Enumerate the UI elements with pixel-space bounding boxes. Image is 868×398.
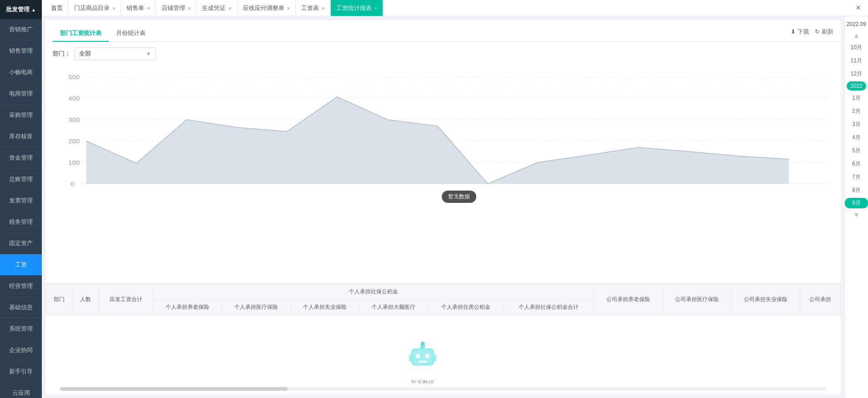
sidebar-item-小畅电商[interactable]: 小畅电商 (0, 62, 42, 83)
timeline-month-7月[interactable]: 7月 (845, 171, 868, 184)
th-headcount: 人数 (72, 284, 99, 315)
sidebar-item-税务管理[interactable]: 税务管理 (0, 212, 42, 233)
refresh-label: 刷新 (822, 28, 833, 36)
timeline-year-active[interactable]: 2022 (847, 81, 866, 91)
tabs-container: 首页门店商品目录×销售单×店铺管理×生成凭证×应收应付调整单×工资表×工资统计报… (45, 0, 852, 16)
svg-text:300: 300 (68, 117, 80, 123)
sidebar-item-系统管理[interactable]: 系统管理 (0, 318, 42, 340)
sidebar-item-工资[interactable]: 工资 (0, 254, 42, 276)
tab-close-icon[interactable]: × (147, 5, 150, 11)
th-company-pension: 公司承担养老保险 (594, 284, 662, 315)
sidebar-item-资金管理[interactable]: 资金管理 (0, 147, 42, 169)
timeline-month-8月[interactable]: 8月 (845, 184, 868, 197)
tab-销售单[interactable]: 销售单× (121, 0, 156, 16)
tab-label: 销售单 (126, 4, 144, 12)
th-company-unemployment: 公司承担失业保险 (731, 284, 800, 315)
tab-首页[interactable]: 首页 (45, 0, 69, 16)
timeline-month-12月[interactable]: 12月 (845, 67, 868, 81)
chart-area: 0 100 200 300 400 500 (45, 65, 841, 394)
chart-tooltip: 暂无数据 (442, 191, 476, 203)
tab-生成凭证[interactable]: 生成凭证× (197, 0, 237, 16)
tab-close-icon[interactable]: × (228, 5, 231, 11)
sidebar-item-固定资产[interactable]: 固定资产 (0, 233, 42, 254)
tab-工资统计报表[interactable]: 工资统计报表× (331, 0, 383, 16)
sidebar-item-电商管理[interactable]: 电商管理 (0, 83, 42, 105)
sidebar-title: 批发管理 (6, 5, 30, 14)
sub-tabs-container: 部门工资统计表月份统计表 (53, 25, 153, 41)
sidebar-item-库存核算[interactable]: 库存核算 (0, 126, 42, 147)
timeline-month-1月[interactable]: 1月 (845, 91, 868, 105)
sidebar-items-container: 营销推广销售管理小畅电商电商管理采购管理库存核算资金管理总账管理发票管理税务管理… (0, 19, 42, 398)
th-company-medical: 公司承担医疗保险 (662, 284, 731, 315)
main-content: 首页门店商品目录×销售单×店铺管理×生成凭证×应收应付调整单×工资表×工资统计报… (42, 0, 868, 398)
sidebar-collapse-icon: ▲ (31, 7, 36, 12)
th-personal-pension: 个人承担养老保险 (153, 300, 222, 315)
timeline-month-11月[interactable]: 11月 (845, 54, 868, 67)
filter-row: 部门： 全部 ▼ (45, 42, 841, 65)
timeline-month-6月[interactable]: 6月 (845, 157, 868, 171)
tab-门店商品目录[interactable]: 门店商品目录× (69, 0, 121, 16)
tab-close-icon[interactable]: × (287, 5, 290, 11)
sub-tab-月份统计表[interactable]: 月份统计表 (109, 25, 153, 42)
th-department: 部门 (46, 284, 72, 315)
chevron-down-icon: ▼ (146, 51, 151, 56)
tab-close-icon[interactable]: × (374, 5, 377, 11)
sidebar-item-云应用[interactable]: 云应用 (0, 383, 42, 398)
page: 部门工资统计表月份统计表 ⬇ 下载 ↻ 刷新 部门： 全部 ▼ (45, 20, 841, 394)
table-header-row1: 部门 人数 应发工资合计 个人承担社保公积金 公司承担养老保险 公司承担医疗保险… (46, 284, 841, 300)
table-scrollbar-track[interactable] (60, 387, 826, 391)
sidebar-item-新手引导[interactable]: 新手引导 (0, 361, 42, 383)
timeline-month-4月[interactable]: 4月 (845, 131, 868, 144)
tab-label: 工资统计报表 (336, 4, 372, 12)
refresh-button[interactable]: ↻ 刷新 (815, 28, 833, 36)
sidebar-item-总账管理[interactable]: 总账管理 (0, 169, 42, 190)
sidebar-item-采购管理[interactable]: 采购管理 (0, 105, 42, 126)
svg-point-15 (425, 354, 429, 358)
table-scrollbar-thumb[interactable] (60, 387, 288, 391)
timeline-container: 2022.09▲10月11月12月20221月2月3月4月5月6月7月8月9月▼ (845, 18, 868, 220)
timeline-nav-up[interactable]: ▲ (852, 30, 862, 41)
svg-point-14 (416, 354, 420, 358)
sidebar-item-发票管理[interactable]: 发票管理 (0, 190, 42, 212)
tab-close-icon[interactable]: × (112, 5, 115, 11)
download-button[interactable]: ⬇ 下载 (791, 28, 809, 36)
svg-text:0: 0 (71, 181, 74, 187)
sub-tab-actions: ⬇ 下载 ↻ 刷新 (791, 28, 833, 40)
content-area: 部门工资统计表月份统计表 ⬇ 下载 ↻ 刷新 部门： 全部 ▼ (42, 16, 868, 398)
sub-tab-部门工资统计表[interactable]: 部门工资统计表 (53, 25, 109, 42)
sidebar: 批发管理 ▲ 营销推广销售管理小畅电商电商管理采购管理库存核算资金管理总账管理发… (0, 0, 42, 398)
th-company-other: 公司承担 (800, 284, 840, 315)
department-select[interactable]: 全部 ▼ (74, 47, 156, 60)
table-scrollbar-container (45, 383, 841, 394)
sidebar-item-基础信息[interactable]: 基础信息 (0, 297, 42, 318)
timeline-month-10月[interactable]: 10月 (845, 41, 868, 54)
tab-应收应付调整单[interactable]: 应收应付调整单× (237, 0, 296, 16)
empty-state-icon (404, 337, 441, 373)
refresh-icon: ↻ (815, 28, 820, 35)
table-section: 部门 人数 应发工资合计 个人承担社保公积金 公司承担养老保险 公司承担医疗保险… (45, 283, 841, 383)
timeline-month-3月[interactable]: 3月 (845, 118, 868, 131)
tab-label: 应收应付调整单 (243, 4, 284, 12)
close-all-button[interactable]: × (852, 3, 864, 13)
timeline-sidebar: 2022.09▲10月11月12月20221月2月3月4月5月6月7月8月9月▼ (844, 16, 868, 398)
chart-fill (86, 97, 789, 184)
empty-state: 暂无数据 (50, 319, 796, 383)
th-personal-major-medical: 个人承担大额医疗 (359, 300, 428, 315)
timeline-month-5月[interactable]: 5月 (845, 144, 868, 157)
table-empty-row: 暂无数据 (46, 315, 841, 384)
sidebar-item-营销推广[interactable]: 营销推广 (0, 19, 42, 40)
tab-close-icon[interactable]: × (322, 5, 324, 11)
sidebar-item-企业协同[interactable]: 企业协同 (0, 340, 42, 361)
sidebar-item-销售管理[interactable]: 销售管理 (0, 40, 42, 62)
timeline-nav-down[interactable]: ▼ (852, 209, 862, 220)
tab-close-icon[interactable]: × (188, 5, 191, 11)
timeline-month-2月[interactable]: 2月 (845, 105, 868, 118)
tabbar: 首页门店商品目录×销售单×店铺管理×生成凭证×应收应付调整单×工资表×工资统计报… (42, 0, 868, 16)
sidebar-header[interactable]: 批发管理 ▲ (0, 0, 42, 19)
tab-工资表[interactable]: 工资表× (296, 0, 330, 16)
table-empty-cell: 暂无数据 (46, 315, 800, 384)
download-label: 下载 (797, 28, 809, 36)
sidebar-item-经营管理[interactable]: 经营管理 (0, 276, 42, 297)
tab-店铺管理[interactable]: 店铺管理× (156, 0, 197, 16)
timeline-month-active[interactable]: 9月 (845, 198, 868, 208)
